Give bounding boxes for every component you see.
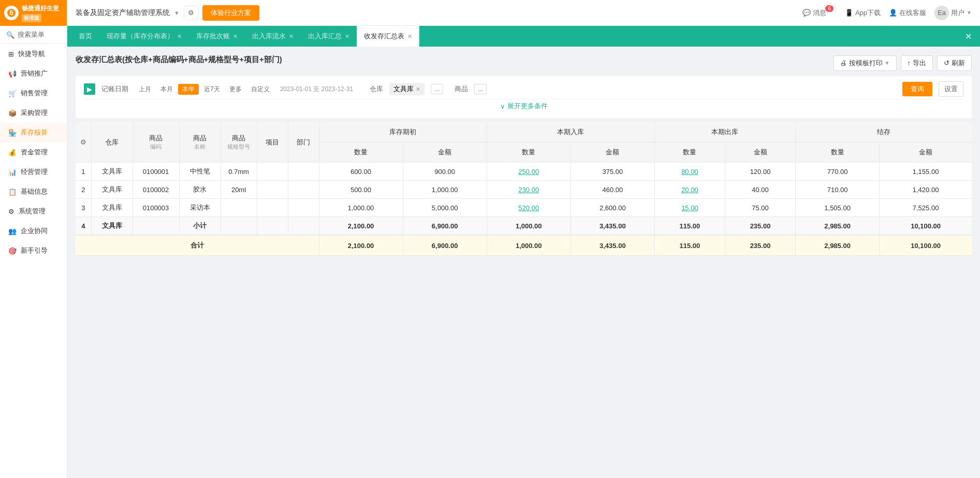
finance-icon: 💰	[8, 149, 17, 156]
sidebar-logo: 6 畅捷通好生意 标准版	[0, 0, 67, 26]
col-closing-qty: 数量	[796, 142, 880, 163]
row-out-qty[interactable]: 15.00	[654, 199, 725, 217]
col-in-header: 本期入库	[487, 122, 654, 142]
table-row: 2文具库0100002胶水20ml500.001,000.00230.00460…	[76, 181, 972, 199]
export-button[interactable]: ↑ 导出	[901, 55, 933, 71]
message-button[interactable]: 💬 消息 6	[802, 8, 837, 18]
row-opening-qty: 1,000.00	[319, 199, 403, 217]
footer-closing-amt: 10,100.00	[880, 235, 972, 256]
row-no: 2	[76, 181, 91, 199]
print-icon: 🖨	[840, 59, 847, 67]
tab-close-inventory-dist[interactable]: ✕	[177, 33, 182, 40]
warehouse-more-btn[interactable]: ...	[431, 84, 443, 94]
row-dept	[288, 163, 319, 181]
row-out-qty[interactable]: 80.00	[654, 163, 725, 181]
tab-close-summary[interactable]: ✕	[345, 33, 349, 40]
app-download-button[interactable]: 📱 App下载	[845, 8, 881, 18]
filter-settings-btn[interactable]: 设置	[939, 81, 963, 97]
row-in-qty[interactable]: 230.00	[487, 181, 571, 199]
enterprise-icon: 👥	[8, 227, 17, 235]
date-btn-this-month[interactable]: 本月	[156, 84, 177, 95]
tab-bar: 首页 现存量（库存分布表） ✕ 库存批次账 ✕ 出入库流水 ✕ 出入库汇总 ✕ …	[67, 26, 980, 47]
row-closing-amt: 1,420.00	[880, 181, 972, 199]
footer-label: 合计	[76, 235, 319, 256]
footer-closing-qty: 2,985.00	[796, 235, 880, 256]
table-row: 3文具库0100003采访本1,000.005,000.00520.002,60…	[76, 199, 972, 217]
tab-home[interactable]: 首页	[71, 26, 99, 47]
date-btn-last-month[interactable]: 上月	[135, 84, 155, 95]
user-menu[interactable]: Ea 用户 ▼	[934, 6, 972, 20]
date-btn-custom[interactable]: 自定义	[247, 84, 274, 95]
row-dept	[288, 199, 319, 217]
col-settings[interactable]: ⚙	[76, 122, 91, 163]
row-closing-qty: 710.00	[796, 181, 880, 199]
row-opening-amt: 6,900.00	[403, 217, 487, 236]
tab-inventory-dist[interactable]: 现存量（库存分布表） ✕	[99, 26, 189, 47]
tab-bar-close-all[interactable]: ✕	[961, 32, 976, 41]
tab-receive-send[interactable]: 收发存汇总表 ✕	[357, 26, 419, 47]
col-closing-amt: 金额	[880, 142, 972, 163]
row-opening-amt: 5,000.00	[403, 199, 487, 217]
date-options: 上月 本月 本年 近7天 更多 自定义	[135, 84, 274, 95]
tab-close-flow[interactable]: ✕	[289, 33, 294, 40]
sidebar-item-guide[interactable]: 🎯 新手引导	[0, 241, 67, 260]
tab-summary[interactable]: 出入库汇总 ✕	[301, 26, 357, 47]
goods-more-btn[interactable]: ...	[474, 84, 487, 94]
goods-label: 商品	[455, 84, 468, 94]
date-btn-this-year[interactable]: 本年	[178, 84, 199, 95]
tab-flow[interactable]: 出入库流水 ✕	[245, 26, 301, 47]
user-dropdown-icon: ▼	[967, 10, 972, 16]
tab-close-batch[interactable]: ✕	[233, 33, 238, 40]
row-closing-amt: 10,100.00	[880, 217, 972, 236]
footer-opening-amt: 6,900.00	[403, 235, 487, 256]
date-btn-more[interactable]: 更多	[225, 84, 246, 95]
col-opening-qty: 数量	[319, 142, 403, 163]
col-closing-header: 结存	[796, 122, 972, 142]
sidebar-item-finance[interactable]: 💰 资金管理	[0, 142, 67, 162]
inventory-icon: 🏪	[8, 129, 17, 137]
sales-icon: 🛒	[8, 90, 17, 97]
row-in-qty[interactable]: 520.00	[487, 199, 571, 217]
date-btn-7days[interactable]: 近7天	[200, 84, 224, 95]
row-no: 4	[76, 217, 91, 236]
sidebar-item-basic[interactable]: 📋 基础信息	[0, 182, 67, 201]
sidebar-item-inventory[interactable]: 🏪 库存核算	[0, 123, 67, 142]
sidebar-item-marketing[interactable]: 📢 营销推广	[0, 64, 67, 83]
sidebar-item-sales[interactable]: 🛒 销售管理	[0, 83, 67, 103]
table-row: 1文具库0100001中性笔0.7mm600.00900.00250.00375…	[76, 163, 972, 181]
refresh-button[interactable]: ↺ 刷新	[937, 55, 972, 71]
tab-close-receive-send[interactable]: ✕	[407, 33, 412, 40]
row-warehouse: 文具库	[91, 181, 133, 199]
row-out-qty[interactable]: 20.00	[654, 181, 725, 199]
warehouse-tag-close[interactable]: ✕	[416, 86, 420, 93]
filter-collapse-btn[interactable]: ▶	[84, 83, 95, 95]
date-label: 记账日期	[101, 84, 128, 94]
query-button[interactable]: 查询	[902, 82, 932, 96]
expand-conditions-btn[interactable]: ∨ 展开更多条件	[84, 99, 963, 113]
row-code: 0100001	[133, 163, 179, 181]
trial-button[interactable]: 体验行业方案	[202, 5, 259, 21]
online-service-button[interactable]: 👤 在线客服	[889, 8, 926, 18]
row-warehouse: 文具库	[91, 217, 133, 236]
search-menu[interactable]: 🔍 搜索菜单	[0, 26, 67, 44]
sidebar-item-system[interactable]: ⚙ 系统管理	[0, 201, 67, 221]
tab-batch[interactable]: 库存批次账 ✕	[189, 26, 245, 47]
row-project	[257, 181, 288, 199]
row-opening-qty: 600.00	[319, 163, 403, 181]
phone-icon: 📱	[845, 9, 853, 17]
sidebar-item-quick-nav[interactable]: ⊞ 快捷导航	[0, 44, 67, 64]
row-no: 3	[76, 199, 91, 217]
print-button[interactable]: 🖨 按模板打印 ▼	[833, 55, 897, 71]
system-icon: ⚙	[8, 208, 14, 215]
row-in-qty[interactable]: 250.00	[487, 163, 571, 181]
footer-totals-row: 合计 2,100.00 6,900.00 1,000.00 3,435.00 1…	[76, 235, 972, 256]
sidebar-item-enterprise[interactable]: 👥 企业协同	[0, 221, 67, 241]
logo-text: 畅捷通好生意 标准版	[22, 4, 59, 22]
row-out-amt: 120.00	[725, 163, 795, 181]
row-spec	[221, 217, 257, 236]
sidebar-item-operations[interactable]: 📊 经营管理	[0, 162, 67, 182]
sidebar-item-purchase[interactable]: 📦 采购管理	[0, 103, 67, 123]
col-out-qty: 数量	[654, 142, 725, 163]
col-spec-header: 商品 规格型号	[221, 122, 257, 163]
settings-button[interactable]: ⚙	[184, 6, 198, 20]
